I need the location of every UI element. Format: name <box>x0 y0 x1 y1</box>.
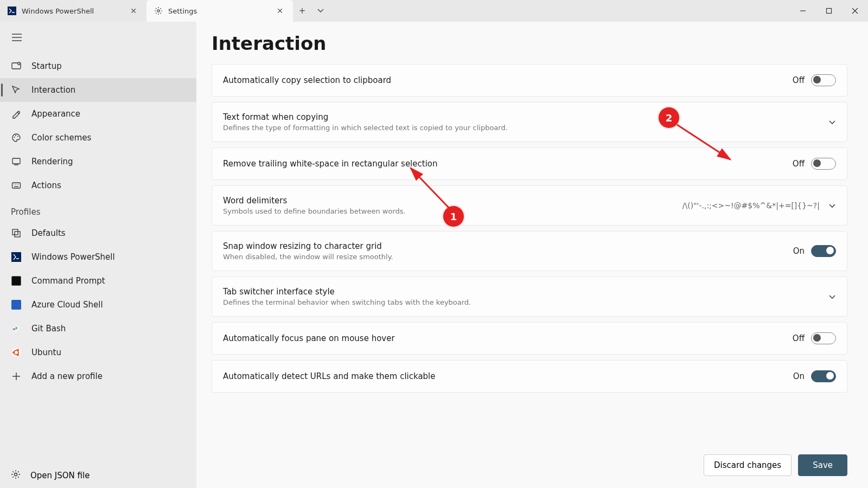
svg-rect-14 <box>12 183 21 188</box>
sidebar-item-add-profile[interactable]: Add a new profile <box>0 364 196 388</box>
sidebar-item-ubuntu-profile[interactable]: Ubuntu <box>0 341 196 364</box>
setting-row: Automatically focus pane on mouse hoverO… <box>212 322 847 355</box>
page-title: Interaction <box>212 33 847 54</box>
main-content: Interaction Automatically copy selection… <box>196 22 868 488</box>
toggle-state-label: Off <box>793 75 805 85</box>
svg-point-11 <box>17 136 18 137</box>
sidebar-item-rendering[interactable]: Rendering <box>0 150 196 174</box>
save-button[interactable]: Save <box>798 454 847 476</box>
svg-point-1 <box>157 10 159 12</box>
open-json-label: Open JSON file <box>30 471 90 480</box>
toggle-switch[interactable] <box>811 370 836 382</box>
sidebar-item-label: Appearance <box>31 109 80 119</box>
plus-icon <box>11 371 22 382</box>
svg-rect-21 <box>15 232 20 237</box>
setting-title: Automatically copy selection to clipboar… <box>223 75 784 85</box>
sidebar-item-label: Defaults <box>31 228 66 238</box>
profiles-section-label: Profiles <box>0 197 196 221</box>
svg-rect-12 <box>12 158 20 164</box>
open-json-button[interactable]: Open JSON file <box>0 463 196 488</box>
discard-button[interactable]: Discard changes <box>704 454 792 476</box>
toggle-state-label: Off <box>793 333 805 343</box>
interaction-icon <box>11 85 22 95</box>
sidebar-item-label: Command Prompt <box>31 276 105 286</box>
tab-dropdown-button[interactable] <box>311 2 330 20</box>
defaults-icon <box>11 228 22 239</box>
setting-row[interactable]: Text format when copyingDefines the type… <box>212 102 847 142</box>
chevron-down-icon <box>828 201 836 211</box>
minimize-button[interactable] <box>790 0 816 22</box>
sidebar-item-label: Azure Cloud Shell <box>31 300 103 310</box>
appearance-icon <box>11 108 22 119</box>
setting-title: Word delimiters <box>223 196 674 206</box>
sidebar-item-label: Startup <box>31 61 62 71</box>
svg-rect-22 <box>11 252 21 262</box>
close-icon[interactable]: ✕ <box>128 5 139 16</box>
sidebar-item-startup[interactable]: Startup <box>0 54 196 78</box>
sidebar-item-actions[interactable]: Actions <box>0 174 196 197</box>
sidebar-item-appearance[interactable]: Appearance <box>0 102 196 126</box>
window-controls <box>790 0 868 22</box>
title-bar: Windows PowerShell ✕ Settings ✕ + <box>0 0 868 22</box>
setting-row: Automatically copy selection to clipboar… <box>212 64 847 97</box>
powershell-profile-icon <box>11 252 22 262</box>
svg-rect-20 <box>12 229 18 235</box>
maximize-button[interactable] <box>816 0 842 22</box>
sidebar-item-powershell-profile[interactable]: Windows PowerShell <box>0 245 196 269</box>
sidebar-item-azure-profile[interactable]: Azure Cloud Shell <box>0 293 196 317</box>
close-icon[interactable]: ✕ <box>275 5 285 16</box>
sidebar-item-label: Windows PowerShell <box>31 252 115 262</box>
sidebar-item-label: Interaction <box>31 85 75 95</box>
chevron-down-icon <box>828 117 836 127</box>
setting-description: Defines the type of formatting in which … <box>223 124 820 132</box>
setting-description: Symbols used to define boundaries betwee… <box>223 207 674 215</box>
add-tab-button[interactable]: + <box>293 2 311 20</box>
setting-description: Defines the terminal behavior when switc… <box>223 298 820 306</box>
powershell-icon <box>8 7 16 15</box>
chevron-down-icon <box>828 292 836 302</box>
setting-title: Automatically focus pane on mouse hover <box>223 333 784 343</box>
sidebar-item-label: Actions <box>31 181 61 190</box>
sidebar-item-gitbash-profile[interactable]: Git Bash <box>0 317 196 341</box>
setting-title: Snap window resizing to character grid <box>223 241 784 251</box>
svg-point-26 <box>12 351 15 354</box>
svg-point-9 <box>14 137 15 138</box>
setting-title: Tab switcher interface style <box>223 287 820 297</box>
close-button[interactable] <box>842 0 868 22</box>
tab-settings[interactable]: Settings ✕ <box>146 0 293 22</box>
gitbash-profile-icon <box>11 323 22 334</box>
keyboard-icon <box>11 180 22 191</box>
setting-row[interactable]: Word delimitersSymbols used to define bo… <box>212 185 847 226</box>
setting-current-value: /\()"'-.,:;<>~!@#$%^&*|+=[]{}~?| <box>682 201 820 210</box>
setting-row: Automatically detect URLs and make them … <box>212 360 847 393</box>
gear-icon <box>154 7 163 15</box>
toggle-switch[interactable] <box>811 332 836 344</box>
svg-rect-0 <box>8 7 16 15</box>
ubuntu-profile-icon <box>11 347 22 358</box>
setting-row[interactable]: Tab switcher interface styleDefines the … <box>212 277 847 317</box>
palette-icon <box>11 132 22 143</box>
sidebar-item-label: Git Bash <box>31 324 66 333</box>
tab-powershell[interactable]: Windows PowerShell ✕ <box>0 0 146 22</box>
setting-title: Remove trailing white-space in rectangul… <box>223 159 784 169</box>
toggle-switch[interactable] <box>811 245 836 257</box>
toggle-switch[interactable] <box>811 74 836 86</box>
sidebar-item-cmd-profile[interactable]: Command Prompt <box>0 269 196 293</box>
sidebar-item-label: Ubuntu <box>31 348 61 357</box>
setting-title: Text format when copying <box>223 112 820 122</box>
startup-icon <box>11 61 22 72</box>
hamburger-button[interactable] <box>0 27 196 54</box>
sidebar-item-interaction[interactable]: Interaction <box>0 78 196 102</box>
setting-description: When disabled, the window will resize sm… <box>223 253 784 261</box>
toggle-state-label: On <box>793 371 805 381</box>
toggle-state-label: On <box>793 246 805 256</box>
svg-rect-3 <box>827 9 832 14</box>
tab-label: Settings <box>168 7 197 15</box>
sidebar-item-color-schemes[interactable]: Color schemes <box>0 126 196 150</box>
setting-row: Snap window resizing to character gridWh… <box>212 231 847 271</box>
sidebar-item-label: Rendering <box>31 157 73 166</box>
footer: Discard changes Save <box>704 454 847 476</box>
sidebar-item-defaults[interactable]: Defaults <box>0 221 196 245</box>
cmd-profile-icon <box>11 275 22 286</box>
toggle-switch[interactable] <box>811 158 836 170</box>
